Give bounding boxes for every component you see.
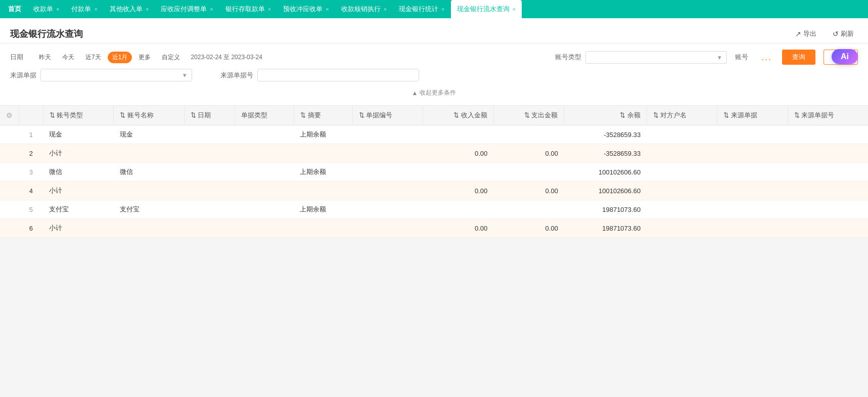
- cell-balance: 100102606.60: [564, 163, 647, 182]
- nav-close-icon[interactable]: ×: [513, 6, 516, 12]
- nav-label: 现金银行统计: [399, 5, 438, 14]
- nav-bank-deposit[interactable]: 银行存取款单 ×: [219, 0, 277, 18]
- ai-button[interactable]: Ai: [832, 49, 858, 64]
- source-doc-no-input[interactable]: [257, 69, 419, 81]
- nav-label: 收款单: [33, 5, 53, 14]
- collapse-up-icon: ▲: [412, 90, 418, 97]
- cell-income: [423, 163, 494, 182]
- source-doc-no-filter: 来源单据号: [220, 69, 419, 81]
- col-date-label: ⇅ 日期: [191, 111, 211, 119]
- col-counterpart[interactable]: ⇅ 对方户名: [647, 106, 717, 125]
- date-btn-more[interactable]: 更多: [134, 52, 155, 63]
- date-btn-custom[interactable]: 自定义: [157, 52, 185, 63]
- nav-close-icon[interactable]: ×: [268, 6, 271, 12]
- collapse-label: 收起更多条件: [420, 89, 456, 97]
- col-balance-label: ⇅ 余额: [620, 111, 641, 119]
- refresh-label: 刷新: [841, 29, 854, 38]
- date-btn-7days[interactable]: 近7天: [81, 52, 106, 63]
- col-income[interactable]: ⇅ 收入金额: [423, 106, 494, 125]
- col-account-type[interactable]: ⇅ 账号类型: [43, 106, 114, 125]
- cell-doc-type: [235, 182, 294, 200]
- table-row: 2小计0.000.00-3528659.33: [0, 144, 868, 163]
- filter-row-2: 来源单据 ▾ 来源单据号: [10, 69, 858, 81]
- table-header-row: ⚙ ⇅ 账号类型 ⇅ 账号名称 ⇅ 日期 单据类型 ⇅ 摘要: [0, 106, 868, 125]
- nav-cash-bank-flow[interactable]: 现金银行流水查询 ×: [451, 0, 522, 18]
- cell-counterpart: [647, 182, 717, 200]
- source-doc-label: 来源单据: [10, 71, 36, 80]
- refresh-button[interactable]: ↺ 刷新: [829, 27, 858, 40]
- account-dots-button[interactable]: ...: [759, 52, 774, 63]
- col-doc-no-label: ⇅ 单据编号: [359, 111, 393, 119]
- cell-date: [184, 125, 235, 144]
- col-source-doc-no-label: ⇅ 来源单据号: [794, 111, 835, 119]
- cell-balance: 100102606.60: [564, 182, 647, 200]
- cell-counterpart: [647, 200, 717, 219]
- col-gear: ⚙: [0, 106, 19, 125]
- cell-source-doc: [717, 144, 788, 163]
- nav-cash-bank-stat[interactable]: 现金银行统计 ×: [393, 0, 450, 18]
- col-expense[interactable]: ⇅ 支出金额: [493, 106, 564, 125]
- cell-doc-type: [235, 200, 294, 219]
- cell-source-doc: [717, 182, 788, 200]
- cell-doc-no: [352, 182, 423, 200]
- nav-pay[interactable]: 付款单 ×: [65, 0, 103, 18]
- nav-close-icon[interactable]: ×: [441, 6, 444, 12]
- cell-doc-no: [352, 219, 423, 238]
- col-account-name[interactable]: ⇅ 账号名称: [114, 106, 185, 125]
- col-date[interactable]: ⇅ 日期: [184, 106, 235, 125]
- source-doc-select[interactable]: ▾: [40, 69, 192, 81]
- cell-income: [423, 200, 494, 219]
- data-table: ⚙ ⇅ 账号类型 ⇅ 账号名称 ⇅ 日期 单据类型 ⇅ 摘要: [0, 106, 868, 238]
- cell-num: 2: [19, 144, 43, 163]
- cell-num: 3: [19, 163, 43, 182]
- cell-doc-no: [352, 163, 423, 182]
- nav-receive-verify[interactable]: 收款核销执行 ×: [335, 0, 393, 18]
- filter-area: 日期 昨天 今天 近7天 近1月 更多 自定义 2023-02-24 至 202…: [0, 43, 868, 106]
- account-type-select[interactable]: ▾: [585, 51, 727, 64]
- nav-pre-receive[interactable]: 预收冲应收单 ×: [277, 0, 335, 18]
- col-source-doc-label: ⇅ 来源单据: [723, 111, 757, 119]
- date-btn-yesterday[interactable]: 昨天: [34, 52, 56, 63]
- table-row: 6小计0.000.0019871073.60: [0, 219, 868, 238]
- nav-close-icon[interactable]: ×: [326, 6, 329, 12]
- account-filter: 账号 ...: [735, 52, 774, 63]
- nav-close-icon[interactable]: ×: [56, 6, 59, 12]
- col-doc-type[interactable]: 单据类型: [235, 106, 294, 125]
- cell-account-name: 微信: [114, 163, 185, 182]
- nav-close-icon[interactable]: ×: [94, 6, 97, 12]
- chevron-down-icon: ▾: [183, 71, 187, 79]
- col-source-doc-no[interactable]: ⇅ 来源单据号: [788, 106, 868, 125]
- export-button[interactable]: ↗ 导出: [791, 27, 820, 40]
- col-counterpart-label: ⇅ 对方户名: [653, 111, 687, 119]
- cell-num: 6: [19, 219, 43, 238]
- nav-close-icon[interactable]: ×: [210, 6, 213, 12]
- cell-num: 5: [19, 200, 43, 219]
- cell-source-doc: [717, 163, 788, 182]
- col-source-doc[interactable]: ⇅ 来源单据: [717, 106, 788, 125]
- cell-counterpart: [647, 144, 717, 163]
- col-account-type-label: ⇅ 账号类型: [50, 111, 83, 119]
- nav-home[interactable]: 首页: [2, 0, 27, 18]
- collapse-button[interactable]: ▲ 收起更多条件: [10, 85, 858, 99]
- col-summary[interactable]: ⇅ 摘要: [294, 106, 352, 125]
- cell-expense: 0.00: [493, 182, 564, 200]
- export-label: 导出: [803, 29, 816, 38]
- nav-receive[interactable]: 收款单 ×: [27, 0, 65, 18]
- cell-source-doc-no: [788, 144, 868, 163]
- date-btn-today[interactable]: 今天: [58, 52, 79, 63]
- col-balance[interactable]: ⇅ 余额: [564, 106, 647, 125]
- cell-counterpart: [647, 125, 717, 144]
- query-button[interactable]: 查询: [782, 50, 815, 65]
- cell-date: [184, 163, 235, 182]
- nav-close-icon[interactable]: ×: [384, 6, 387, 12]
- table-body: 1现金现金上期余额-3528659.332小计0.000.00-3528659.…: [0, 125, 868, 238]
- date-btn-1month[interactable]: 近1月: [108, 52, 132, 63]
- nav-ar-ap-adjust[interactable]: 应收应付调整单 ×: [155, 0, 219, 18]
- col-doc-no[interactable]: ⇅ 单据编号: [352, 106, 423, 125]
- nav-close-icon[interactable]: ×: [146, 6, 149, 12]
- gear-icon[interactable]: ⚙: [6, 111, 13, 119]
- nav-other-income[interactable]: 其他收入单 ×: [104, 0, 155, 18]
- cell-doc-no: [352, 200, 423, 219]
- account-type-filter: 账号类型 ▾: [555, 51, 727, 64]
- cell-summary: 上期余额: [294, 163, 352, 182]
